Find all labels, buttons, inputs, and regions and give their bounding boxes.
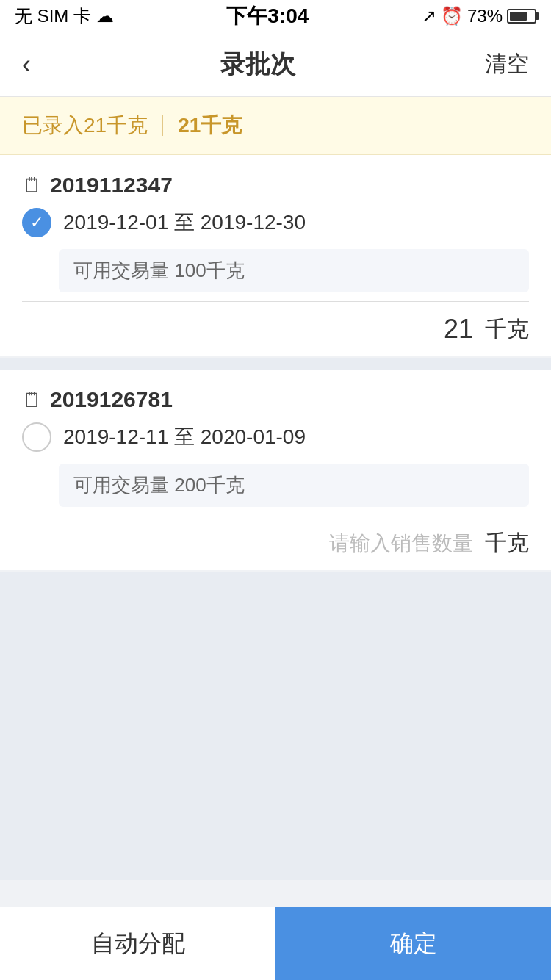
empty-area: [0, 572, 551, 880]
check-icon-1: ✓: [30, 213, 43, 232]
batch-1-unit: 千克: [485, 314, 529, 345]
section-divider: [0, 358, 551, 370]
batch-1-radio[interactable]: ✓: [22, 208, 51, 237]
status-left: 无 SIM 卡 ☁: [15, 4, 114, 28]
summary-divider: [162, 115, 163, 136]
batch-2-quantity-row: 请输入销售数量 千克: [0, 516, 551, 570]
bottom-bar: 自动分配 确定: [0, 907, 551, 980]
batch-2-header: 🗒 2019126781: [0, 370, 551, 419]
batch-1-date: 2019-12-01 至 2019-12-30: [63, 209, 306, 237]
batch-1-quantity[interactable]: 21: [444, 314, 473, 345]
battery-percent: 73%: [467, 6, 503, 26]
status-right: ↗ ⏰ 73%: [422, 6, 536, 26]
batch-2-date: 2019-12-11 至 2020-01-09: [63, 423, 306, 451]
batch-1-quantity-row: 21 千克: [0, 302, 551, 356]
alarm-icon: ⏰: [441, 6, 463, 26]
location-icon: ↗: [422, 6, 436, 26]
summary-label: 已录入21千克: [22, 112, 148, 140]
sim-status: 无 SIM 卡 ☁: [15, 4, 114, 28]
status-bar: 无 SIM 卡 ☁ 下午3:04 ↗ ⏰ 73%: [0, 0, 551, 32]
batch-doc-icon-2: 🗒: [22, 388, 43, 412]
batch-2-available: 可用交易量 200千克: [59, 464, 529, 507]
batch-2-date-row[interactable]: 2019-12-11 至 2020-01-09: [0, 419, 551, 459]
batch-2-quantity-placeholder[interactable]: 请输入销售数量: [329, 530, 473, 558]
status-time: 下午3:04: [226, 2, 309, 30]
batch-2-unit: 千克: [485, 528, 529, 558]
back-button[interactable]: ‹: [22, 49, 31, 80]
main-content: 已录入21千克 21千克 🗒 2019112347 ✓ 2019-12-01 至…: [0, 97, 551, 954]
page-title: 录批次: [220, 48, 295, 82]
batch-2-radio[interactable]: [22, 422, 51, 452]
battery-icon: [507, 9, 536, 24]
batch-1-header: 🗒 2019112347: [0, 155, 551, 205]
batch-doc-icon-1: 🗒: [22, 173, 43, 198]
summary-value: 21千克: [178, 112, 242, 140]
confirm-button[interactable]: 确定: [276, 907, 551, 980]
batch-card-2: 🗒 2019126781 2019-12-11 至 2020-01-09 可用交…: [0, 370, 551, 570]
batch-1-date-row[interactable]: ✓ 2019-12-01 至 2019-12-30: [0, 205, 551, 245]
clear-button[interactable]: 清空: [485, 49, 529, 79]
batch-1-available: 可用交易量 100千克: [59, 249, 529, 292]
nav-bar: ‹ 录批次 清空: [0, 32, 551, 97]
summary-bar: 已录入21千克 21千克: [0, 97, 551, 155]
batch-card-1: 🗒 2019112347 ✓ 2019-12-01 至 2019-12-30 可…: [0, 155, 551, 356]
batch-2-id: 2019126781: [50, 387, 173, 412]
batch-1-id: 2019112347: [50, 173, 173, 198]
auto-distribute-button[interactable]: 自动分配: [0, 907, 276, 980]
